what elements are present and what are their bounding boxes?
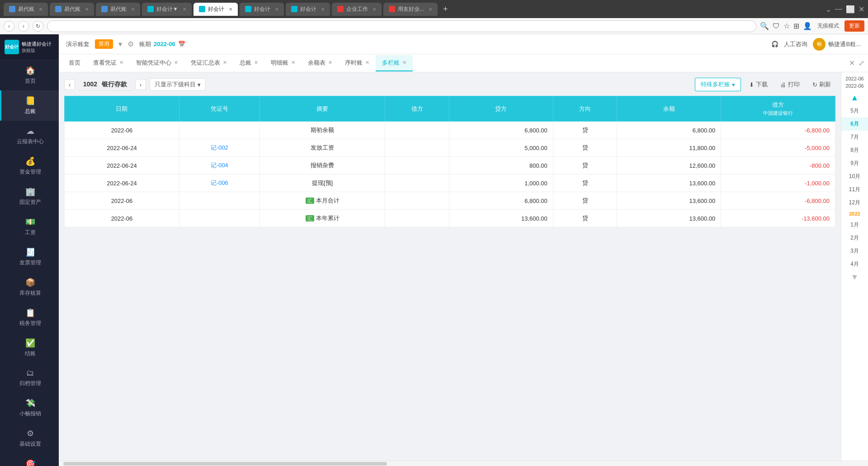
- close-tab-multi-column[interactable]: ✕: [402, 60, 406, 66]
- browser-tab-8[interactable]: 企业工作 ✕: [332, 3, 382, 16]
- tab-close-2[interactable]: ✕: [85, 7, 89, 12]
- url-input[interactable]: cloud2.chanjet.com/accounting/uh26t264j5…: [47, 20, 756, 32]
- tab-journal[interactable]: 序时账 ✕: [339, 55, 376, 71]
- cell-voucher[interactable]: 记-002: [179, 139, 259, 157]
- table-row: 2022-06-24记-002发放工资5,000.00贷11,800.00-5,…: [65, 139, 835, 157]
- star-icon[interactable]: ☆: [783, 22, 790, 30]
- sidebar-item-cloud-report[interactable]: ☁ 云报表中心: [0, 121, 59, 151]
- special-multi-column-button[interactable]: 特殊多栏账 ▾: [695, 78, 741, 91]
- month-8[interactable]: 8月: [841, 144, 868, 157]
- browser-tab-7[interactable]: 好会计 ✕: [286, 3, 330, 16]
- scroll-down-button[interactable]: ▼: [851, 271, 859, 284]
- update-button[interactable]: 更新: [844, 20, 864, 32]
- tab-balance[interactable]: 余额表 ✕: [302, 55, 339, 71]
- sidebar-item-archive[interactable]: 🗂 归档管理: [0, 363, 59, 393]
- horizontal-scrollbar[interactable]: [59, 461, 868, 466]
- refresh-browser-button[interactable]: ↻: [33, 21, 43, 32]
- sidebar-item-ledger[interactable]: 📒 总账: [0, 90, 59, 121]
- browser-tab-2[interactable]: 易代账 ✕: [50, 3, 94, 16]
- tab-multi-column[interactable]: 多栏账 ✕: [376, 55, 413, 71]
- sidebar-item-expense[interactable]: 💸 小畅报销: [0, 393, 59, 423]
- next-account-button[interactable]: ›: [135, 79, 146, 90]
- browser-tab-3[interactable]: 易代账 ✕: [96, 3, 140, 16]
- tab-close-3[interactable]: ✕: [131, 7, 135, 12]
- calendar-icon[interactable]: 📅: [178, 41, 185, 47]
- sidebar-item-funds[interactable]: 💰 资金管理: [0, 151, 59, 181]
- tab-close-7[interactable]: ✕: [321, 7, 325, 12]
- month-7[interactable]: 7月: [841, 131, 868, 144]
- close-tab-view-voucher[interactable]: ✕: [119, 60, 123, 66]
- sidebar-item-payroll[interactable]: 💵 工资: [0, 212, 59, 242]
- tab-voucher-summary[interactable]: 凭证汇总表 ✕: [184, 55, 233, 71]
- archive-icon: 🗂: [26, 368, 34, 378]
- tab-detail-ledger[interactable]: 明细账 ✕: [264, 55, 302, 71]
- close-tab-journal[interactable]: ✕: [365, 60, 369, 66]
- month-4-2023[interactable]: 4月: [841, 258, 868, 271]
- month-3-2023[interactable]: 3月: [841, 245, 868, 258]
- prev-account-button[interactable]: ‹: [64, 79, 75, 90]
- back-button[interactable]: ‹: [4, 21, 14, 32]
- cell-voucher[interactable]: 记-004: [179, 157, 259, 174]
- expand-panel-icon[interactable]: ⤢: [859, 59, 864, 67]
- restore-button[interactable]: ⬜: [846, 5, 855, 14]
- month-6[interactable]: 6月: [841, 118, 868, 131]
- demo-badge[interactable]: 禁用: [95, 39, 113, 49]
- filter-button[interactable]: 只显示下级科目 ▾: [150, 78, 206, 91]
- sidebar-browser-icon[interactable]: ⊞: [793, 22, 799, 30]
- sidebar-item-tax[interactable]: 📋 税务管理: [0, 302, 59, 333]
- browser-tab-1[interactable]: 易代账 ✕: [4, 3, 48, 16]
- tab-smart-voucher[interactable]: 智能凭证中心 ✕: [130, 55, 184, 71]
- download-button[interactable]: ⬇ 下载: [745, 78, 772, 91]
- close-tab-smart-voucher[interactable]: ✕: [174, 60, 178, 66]
- close-tab-voucher-summary[interactable]: ✕: [223, 60, 227, 66]
- tab-close-6[interactable]: ✕: [275, 7, 278, 12]
- tab-list-button[interactable]: ⌄: [826, 5, 831, 14]
- gear-icon[interactable]: ⚙: [127, 40, 134, 48]
- profile-icon[interactable]: 👤: [803, 22, 812, 30]
- sidebar-item-home[interactable]: 🏠 首页: [0, 60, 59, 90]
- sidebar-item-guide[interactable]: 🎯 新手引导: [0, 453, 59, 466]
- close-tab-general-ledger[interactable]: ✕: [254, 60, 258, 66]
- new-tab-button[interactable]: +: [439, 5, 452, 14]
- tab-close-4[interactable]: ✕: [183, 7, 186, 12]
- month-5[interactable]: 5月: [841, 104, 868, 118]
- scroll-up-button[interactable]: ▲: [851, 91, 859, 104]
- month-1-2023[interactable]: 1月: [841, 218, 868, 231]
- tab-view-voucher[interactable]: 查看凭证 ✕: [87, 55, 130, 71]
- month-11[interactable]: 11月: [841, 183, 868, 196]
- tab-close-5[interactable]: ✕: [229, 7, 232, 12]
- refresh-ledger-button[interactable]: ↻ 刷新: [808, 78, 835, 91]
- dropdown-icon[interactable]: ▾: [118, 40, 122, 48]
- sidebar-item-settings[interactable]: ⚙ 基础设置: [0, 423, 59, 453]
- month-9[interactable]: 9月: [841, 157, 868, 170]
- tab-close-8[interactable]: ✕: [373, 7, 376, 12]
- close-tab-balance[interactable]: ✕: [328, 60, 332, 66]
- minimize-button[interactable]: —: [835, 5, 842, 13]
- sidebar-item-invoice[interactable]: 🧾 发票管理: [0, 242, 59, 272]
- browser-tab-9[interactable]: 用友好业... ✕: [383, 3, 438, 16]
- month-2-2023[interactable]: 2月: [841, 231, 868, 245]
- tab-general-ledger[interactable]: 总账 ✕: [233, 55, 264, 71]
- settings-icon: ⚙: [27, 428, 34, 438]
- sidebar-item-inventory[interactable]: 📦 库存核算: [0, 272, 59, 302]
- cell-voucher[interactable]: 记-006: [179, 174, 259, 192]
- search-browser-icon[interactable]: 🔍: [760, 22, 769, 30]
- close-tab-detail-ledger[interactable]: ✕: [291, 60, 295, 66]
- avatar-area: 畅 畅捷通B粗...: [813, 38, 861, 51]
- tab-close-9[interactable]: ✕: [429, 7, 432, 12]
- close-panel-icon[interactable]: ✕: [849, 59, 855, 67]
- tab-close-1[interactable]: ✕: [39, 7, 42, 12]
- sidebar-item-fixed-assets[interactable]: 🏢 固定资产: [0, 181, 59, 212]
- browser-tab-6[interactable]: 好会计 ✕: [240, 3, 284, 16]
- user-avatar[interactable]: 畅: [813, 38, 826, 51]
- month-10[interactable]: 10月: [841, 170, 868, 183]
- browser-tab-5[interactable]: 好会计 ✕: [193, 3, 238, 16]
- month-12[interactable]: 12月: [841, 196, 868, 209]
- sidebar-item-close-period[interactable]: ✅ 结账: [0, 333, 59, 363]
- close-button[interactable]: ✕: [859, 5, 864, 14]
- forward-button[interactable]: ›: [18, 21, 29, 32]
- browser-tab-4[interactable]: 好会计▼ ✕: [142, 3, 192, 16]
- consult-label[interactable]: 人工咨询: [784, 40, 807, 48]
- print-button[interactable]: 🖨 打印: [776, 78, 804, 91]
- tab-home[interactable]: 首页: [62, 55, 87, 71]
